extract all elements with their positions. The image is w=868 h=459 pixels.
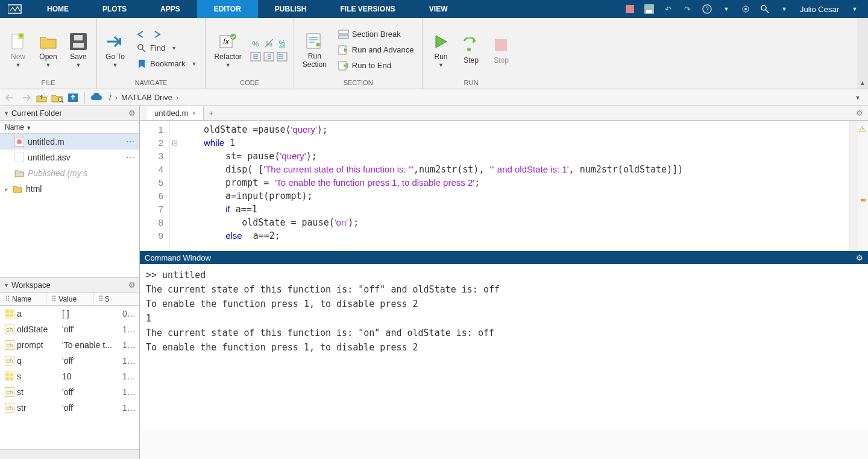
save-disk-icon[interactable] bbox=[642, 2, 656, 16]
run-play-icon bbox=[431, 32, 450, 51]
undo-icon[interactable]: ↶ bbox=[661, 2, 676, 16]
username-label[interactable]: Julio Cesar bbox=[796, 5, 843, 14]
command-window-header[interactable]: Command Window ⚙ bbox=[140, 251, 868, 264]
ribbon-collapse-icon[interactable]: ▲ bbox=[857, 18, 868, 89]
svg-rect-46 bbox=[6, 314, 9, 317]
editor-vscrollbar[interactable] bbox=[849, 121, 858, 251]
command-window[interactable]: >> untitled The current state of this fu… bbox=[140, 264, 868, 430]
workspace-row[interactable]: choldState'off'1x bbox=[0, 321, 139, 337]
cf-column-header[interactable]: Name ▼ bbox=[0, 121, 139, 134]
tab-apps[interactable]: APPS bbox=[143, 0, 197, 18]
indent-icon[interactable] bbox=[250, 51, 261, 62]
nav-next-icon[interactable] bbox=[150, 29, 166, 40]
fold-column[interactable]: ⊟ bbox=[170, 121, 180, 251]
tab-plots[interactable]: PLOTS bbox=[86, 0, 143, 18]
current-folder-header[interactable]: ▼Current Folder ⚙ bbox=[0, 106, 139, 121]
target-icon[interactable] bbox=[738, 2, 753, 16]
nav-forward-icon[interactable] bbox=[19, 91, 33, 104]
svg-text:fx: fx bbox=[223, 37, 229, 46]
svg-point-35 bbox=[467, 48, 471, 51]
nav-upload-icon[interactable] bbox=[66, 91, 80, 104]
svg-rect-58 bbox=[10, 377, 13, 380]
gear-icon[interactable]: ⚙ bbox=[856, 253, 863, 262]
variable-icon: ch bbox=[5, 340, 14, 350]
nav-back-icon[interactable] bbox=[4, 91, 17, 104]
open-button[interactable]: Open▼ bbox=[36, 31, 60, 69]
bookmark-button[interactable]: Bookmark ▼ bbox=[133, 57, 199, 71]
new-tab-icon[interactable]: + bbox=[204, 109, 218, 118]
workspace-row[interactable]: chprompt'To enable t...1x bbox=[0, 337, 139, 353]
left-panel: ▼Current Folder ⚙ Name ▼ untitled.m⋯unti… bbox=[0, 106, 140, 459]
stop-button[interactable]: Stop bbox=[489, 34, 513, 66]
step-button[interactable]: Step bbox=[459, 34, 483, 66]
workspace-header[interactable]: ▼Workspace ⚙ bbox=[0, 278, 139, 293]
comment-icon[interactable]: % bbox=[250, 38, 261, 49]
workspace-row[interactable]: chst'off'1x bbox=[0, 384, 139, 400]
file-row[interactable]: Published (my s bbox=[0, 165, 139, 181]
open-folder-icon bbox=[39, 32, 58, 51]
goto-button[interactable]: Go To▼ bbox=[103, 31, 127, 69]
file-row[interactable]: ▸html bbox=[0, 181, 139, 197]
code-area[interactable]: oldState =pause('query'); while 1 st= pa… bbox=[180, 121, 849, 251]
tab-editor[interactable]: EDITOR bbox=[197, 0, 258, 18]
help-dropdown-icon[interactable]: ▼ bbox=[719, 2, 734, 16]
breadcrumb-folder[interactable]: MATLAB Drive bbox=[121, 93, 172, 102]
more-icon[interactable]: ⋯ bbox=[126, 153, 134, 162]
nav-up-folder-icon[interactable] bbox=[35, 91, 48, 104]
increase-indent-icon[interactable] bbox=[263, 51, 274, 62]
workspace-row[interactable]: chstr'off'1x bbox=[0, 400, 139, 416]
bookmark-icon bbox=[136, 58, 148, 70]
ribbon-toolbar: + New▼ Open▼ Save▼ FILE Go To▼ bbox=[0, 18, 868, 89]
breadcrumb-dropdown-icon[interactable]: ▼ bbox=[851, 91, 864, 104]
help-icon[interactable]: ? bbox=[700, 2, 714, 16]
search-icon[interactable] bbox=[758, 2, 772, 16]
run-section-button[interactable]: Run Section bbox=[300, 30, 329, 70]
file-row[interactable]: untitled.asv⋯ bbox=[0, 150, 139, 165]
nav-browse-icon[interactable] bbox=[51, 91, 64, 104]
editor-tab[interactable]: untitled.m × bbox=[147, 106, 204, 120]
workspace-row[interactable]: a[ ]0x bbox=[0, 306, 139, 321]
record-icon[interactable] bbox=[623, 2, 637, 16]
workspace-hscroll[interactable] bbox=[0, 449, 139, 459]
uncomment-icon[interactable]: % bbox=[263, 38, 274, 49]
decrease-indent-icon[interactable] bbox=[277, 51, 288, 62]
search-dropdown-icon[interactable]: ▼ bbox=[777, 2, 791, 16]
breadcrumb-root[interactable]: / bbox=[109, 93, 112, 102]
more-icon[interactable]: ⋯ bbox=[126, 137, 134, 147]
workspace-column-header[interactable]: ⠿Name ⠿Value ⠿S bbox=[0, 293, 139, 306]
workspace-row[interactable]: s101x bbox=[0, 369, 139, 384]
variable-icon: ch bbox=[5, 324, 14, 334]
run-advance-button[interactable]: Run and Advance bbox=[335, 43, 417, 57]
run-to-end-button[interactable]: Run to End bbox=[335, 59, 417, 73]
matlab-logo-icon[interactable] bbox=[0, 0, 30, 18]
code-editor[interactable]: 123456789 ⊟ oldState =pause('query'); wh… bbox=[140, 121, 868, 251]
cloud-icon[interactable] bbox=[90, 91, 103, 104]
new-button[interactable]: + New▼ bbox=[6, 31, 30, 69]
warning-triangle-icon[interactable]: ⚠ bbox=[858, 124, 866, 134]
tab-home[interactable]: HOME bbox=[30, 0, 86, 18]
editor-gear-icon[interactable]: ⚙ bbox=[856, 109, 863, 118]
wrap-comment-icon[interactable]: % bbox=[277, 38, 288, 49]
editor-warning-strip[interactable]: ⚠ bbox=[858, 121, 868, 251]
refactor-button[interactable]: fx Refactor▼ bbox=[212, 31, 244, 69]
svg-rect-36 bbox=[495, 39, 507, 51]
run-button[interactable]: Run▼ bbox=[429, 31, 453, 69]
file-row[interactable]: untitled.m⋯ bbox=[0, 134, 139, 150]
section-break-button[interactable]: Section Break bbox=[335, 27, 417, 42]
user-dropdown-icon[interactable]: ▼ bbox=[848, 2, 862, 16]
warning-marker[interactable] bbox=[861, 199, 866, 201]
gear-icon[interactable]: ⚙ bbox=[128, 109, 136, 118]
svg-text:ch: ch bbox=[7, 358, 13, 364]
run-advance-icon bbox=[338, 44, 350, 56]
find-button[interactable]: Find ▼ bbox=[133, 41, 199, 55]
nav-prev-icon[interactable] bbox=[133, 29, 149, 40]
workspace-row[interactable]: chq'off'1x bbox=[0, 353, 139, 369]
tab-publish[interactable]: PUBLISH bbox=[258, 0, 324, 18]
close-tab-icon[interactable]: × bbox=[192, 109, 196, 118]
tab-file-versions[interactable]: FILE VERSIONS bbox=[324, 0, 412, 18]
redo-icon[interactable]: ↷ bbox=[681, 2, 695, 16]
tab-view[interactable]: VIEW bbox=[412, 0, 465, 18]
gear-icon[interactable]: ⚙ bbox=[128, 280, 136, 290]
save-button[interactable]: Save▼ bbox=[66, 31, 90, 69]
run-section-icon bbox=[305, 31, 324, 51]
